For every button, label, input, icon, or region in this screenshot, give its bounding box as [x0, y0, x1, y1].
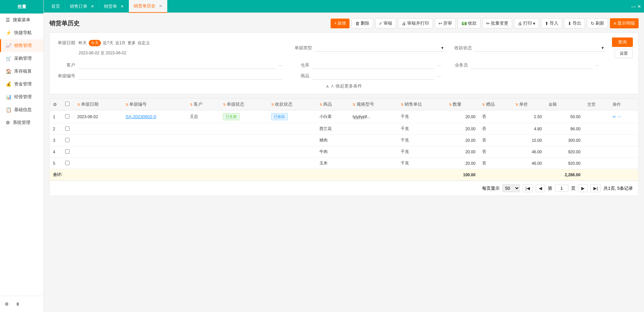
approve-button[interactable]: ✓ 审核: [375, 18, 396, 28]
sidebar-item-search-menu[interactable]: ☰ 搜索菜单: [0, 14, 44, 26]
warehouse-picker-icon[interactable]: ···: [437, 62, 441, 68]
row-goods: 玉米: [316, 158, 349, 169]
warehouse-input[interactable]: [312, 61, 434, 69]
row-checkbox[interactable]: [62, 110, 74, 123]
row-transaction: [584, 158, 609, 169]
table-row: 1 2023-06-02 SA-20230602-0 王总 已生效 已收款 小白…: [50, 110, 638, 123]
page-suffix: 页: [571, 185, 576, 191]
tab-sales-history[interactable]: 销货单历史 ✕: [129, 0, 167, 13]
select-all-checkbox[interactable]: [65, 102, 69, 106]
col-quantity[interactable]: ⇅ 数量: [446, 99, 479, 110]
sidebar-item-sys-mgmt[interactable]: ⚙ 系统管理: [0, 116, 44, 129]
doc-no-input[interactable]: [78, 72, 282, 80]
close-sales-history-tab[interactable]: ✕: [159, 4, 162, 8]
col-sales-unit[interactable]: ⇅ 销售单位: [397, 99, 446, 110]
row-checkbox[interactable]: [62, 158, 74, 169]
sidebar-item-finance[interactable]: 💰 资金管理: [0, 78, 44, 90]
approve-print-button[interactable]: 🖨 审核并打印: [398, 18, 433, 28]
tab-sales-goods[interactable]: 销货单 ✕: [99, 0, 129, 13]
delete-button[interactable]: 🗑 删除: [352, 18, 373, 28]
collect-button[interactable]: 💵 收款: [458, 18, 480, 28]
abandon-button[interactable]: ↩ 弃审: [435, 18, 456, 28]
table-row: 4 牛肉 千克 20.00 否 46.00 920.00: [50, 146, 638, 158]
customer-input[interactable]: [78, 61, 276, 69]
col-doc-date[interactable]: ⇅ 单据日期: [74, 99, 122, 110]
sidebar-item-basic-info[interactable]: 📋 基础信息: [0, 103, 44, 116]
row-checkbox[interactable]: [62, 123, 74, 135]
edit-action[interactable]: ✏: [613, 114, 616, 119]
col-doc-status[interactable]: ⇅ 单据状态: [220, 99, 268, 110]
sidebar-bottom-settings[interactable]: ⚙ ⏸: [0, 299, 44, 309]
batch-change-button[interactable]: ✏ 批量变更: [482, 18, 512, 28]
shortcut-7days[interactable]: 近7天: [103, 40, 113, 46]
settings-button[interactable]: 设置: [615, 49, 633, 58]
col-unit-price[interactable]: ⇅ 单价: [512, 99, 545, 110]
row-checkbox-input[interactable]: [65, 149, 69, 154]
row-checkbox[interactable]: [62, 135, 74, 146]
refresh-button[interactable]: ↻ 刷新: [587, 18, 608, 28]
summary-spacer3: [512, 169, 545, 181]
col-payment-status[interactable]: ⇅ 收款状态: [268, 99, 316, 110]
shortcut-custom[interactable]: 自定义: [138, 40, 150, 46]
doc-no-link[interactable]: SA-20230602-0: [125, 114, 156, 119]
operation-icon: 📊: [6, 94, 11, 100]
last-page-button[interactable]: ▶|: [590, 184, 601, 192]
row-doc-date: 2023-06-02: [74, 110, 122, 123]
row-doc-status: [220, 135, 268, 146]
export-button[interactable]: ⬇ 导出: [564, 18, 585, 28]
new-button[interactable]: + 新增: [331, 19, 349, 28]
sidebar-item-sales-mgmt[interactable]: 📈 销售管理: [0, 39, 44, 52]
query-button[interactable]: 查询: [612, 37, 633, 47]
sidebar-item-operation[interactable]: 📊 经营管理: [0, 90, 44, 103]
col-gift[interactable]: ⇅ 赠品: [479, 99, 512, 110]
row-checkbox-input[interactable]: [65, 126, 69, 131]
row-sales-unit: 千克: [397, 135, 446, 146]
shortcut-1month[interactable]: 近1月: [115, 40, 126, 46]
salesperson-input[interactable]: [471, 61, 593, 69]
sidebar-item-inventory[interactable]: 🏠 库存核算: [0, 65, 44, 78]
row-checkbox-input[interactable]: [65, 161, 69, 165]
collapse-button[interactable]: ∧ ∧ 收起更多条件: [326, 83, 362, 89]
close-sales-order-tab[interactable]: ✕: [91, 4, 94, 9]
per-page-select[interactable]: 50 100 200: [502, 184, 520, 192]
sort-icon-spec: ⇅: [353, 103, 355, 106]
row-checkbox[interactable]: [62, 146, 74, 158]
close-sales-goods-tab[interactable]: ✕: [120, 4, 124, 9]
tabs-close-icon[interactable]: ✕: [637, 4, 641, 9]
tabs-minimize-icon[interactable]: —: [631, 4, 636, 9]
page-input[interactable]: 1: [555, 185, 568, 192]
goods-input[interactable]: [312, 72, 434, 80]
salesperson-label: 业务员: [448, 62, 468, 68]
table-settings-icon[interactable]: ⚙: [53, 102, 57, 107]
doc-type-select[interactable]: ▾: [315, 44, 445, 52]
payment-status-select[interactable]: ▾: [475, 44, 605, 52]
import-button[interactable]: ⬆ 导入: [541, 18, 562, 28]
salesperson-picker-icon[interactable]: ···: [595, 62, 599, 68]
col-settings[interactable]: ⚙: [50, 99, 62, 110]
next-page-button[interactable]: ▶: [578, 184, 588, 192]
row-checkbox-input[interactable]: [65, 114, 69, 119]
shortcut-more[interactable]: 更多: [128, 40, 136, 46]
tab-sales-order[interactable]: 销售订单 ✕: [65, 0, 99, 13]
row-checkbox-input[interactable]: [65, 138, 69, 142]
row-transaction: [584, 146, 609, 158]
goods-picker-icon[interactable]: ···: [437, 73, 441, 79]
shortcut-today[interactable]: 今天: [89, 40, 101, 46]
more-action[interactable]: ⋯: [617, 114, 621, 119]
prev-page-button[interactable]: ◀: [536, 184, 545, 192]
show-detail-button[interactable]: ≡ 显示明细: [610, 18, 639, 28]
col-doc-no[interactable]: ⇅ 单据编号: [122, 99, 187, 110]
tab-home[interactable]: 首页: [47, 0, 65, 13]
sidebar-item-quick-nav[interactable]: ⚡ 快捷导航: [0, 26, 44, 39]
customer-picker-icon[interactable]: ···: [278, 62, 282, 68]
shortcut-yesterday[interactable]: 昨天: [79, 40, 87, 46]
first-page-button[interactable]: |◀: [523, 184, 533, 192]
col-goods[interactable]: ⇅ 商品: [316, 99, 349, 110]
col-customer[interactable]: ⇅ 客户: [187, 99, 220, 110]
col-spec[interactable]: ⇅ 规格型号: [349, 99, 397, 110]
print-button[interactable]: 🖨 打印 ▾: [514, 18, 539, 28]
col-checkbox[interactable]: [62, 99, 74, 110]
filter-salesperson: 业务员 ···: [448, 61, 599, 69]
page-title: 销货单历史: [49, 19, 80, 27]
sidebar-item-purchase-mgmt[interactable]: 🛒 采购管理: [0, 52, 44, 65]
